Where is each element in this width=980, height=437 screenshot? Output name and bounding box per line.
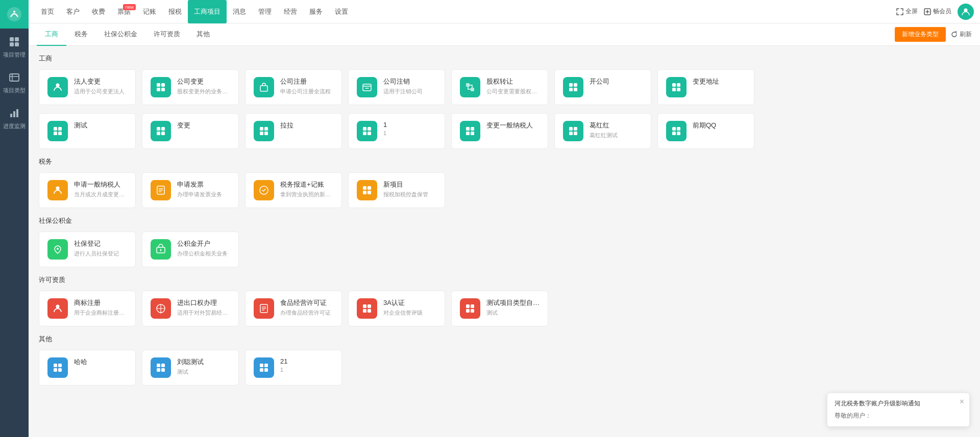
subtab-shebao[interactable]: 社保公积金 — [96, 23, 145, 46]
sidebar-item-project-type[interactable]: 项目类型 — [0, 64, 29, 100]
card-gs10[interactable]: 拉拉 — [245, 113, 342, 149]
card-sw2[interactable]: 申请发票 办理申请发票业务 — [142, 172, 239, 208]
card-ot2[interactable]: 刘聪测试 测试 — [142, 350, 239, 385]
svg-rect-79 — [368, 304, 371, 308]
card-xk5[interactable]: 测试项目类型自定义 测试 — [451, 291, 548, 326]
card-title-xk1: 商标注册 — [74, 298, 127, 307]
nav-accounting[interactable]: 记账 — [137, 0, 162, 23]
nav-management[interactable]: 管理 — [252, 0, 278, 23]
sidebar: 项目管理 项目类型 进度监测 — [0, 0, 29, 437]
notification-close-button[interactable]: × — [960, 397, 964, 406]
card-gs7[interactable]: 变更地址 — [657, 69, 754, 105]
subtab-xuke[interactable]: 许可资质 — [145, 23, 188, 46]
subtab-shuwu[interactable]: 税务 — [66, 23, 96, 46]
card-sb2[interactable]: 公积金开户 办理公积金相关业务 — [142, 232, 239, 267]
nav-tax[interactable]: 报税 — [162, 0, 188, 23]
card-title-xk4: 3A认证 — [383, 298, 436, 307]
card-sub-xk2: 适用于对外贸易经营者 — [177, 309, 230, 317]
card-sub-ot2: 测试 — [177, 368, 230, 376]
svg-rect-58 — [677, 132, 680, 135]
card-icon-sw2 — [151, 180, 171, 200]
cards-grid-shuwu: 申请一般纳税人 当月或次月成变更完成 申请发票 办理申请发票业务 — [39, 172, 970, 208]
card-ot3[interactable]: 21 1 — [245, 350, 342, 385]
svg-rect-4 — [10, 42, 14, 46]
card-xk4[interactable]: 3A认证 对企业信誉评级 — [348, 291, 445, 326]
notification-popup: × 河北税务数字账户升级影响通知 尊敬的用户： — [827, 393, 970, 427]
card-title-gs13: 葛红红 — [590, 121, 643, 130]
card-gs3[interactable]: 公司注册 申请公司注册全流程 — [245, 69, 342, 105]
card-gs14[interactable]: 前期QQ — [657, 113, 754, 149]
card-sw3[interactable]: 税务报道+记账 拿到营业执照的新公司 — [245, 172, 342, 208]
card-title-sw2: 申请发票 — [177, 180, 230, 189]
svg-point-14 — [56, 84, 60, 87]
page-scroll: 工商 法人变更 适用于公司变更法人 公司变更 — [29, 46, 980, 437]
card-sub-xk1: 用于企业商标注册服务 — [74, 309, 127, 317]
card-icon-gs2 — [151, 77, 171, 97]
card-title-gs9: 变更 — [177, 121, 230, 130]
card-gs8[interactable]: 测试 — [39, 113, 136, 149]
nav-client[interactable]: 客户 — [60, 0, 86, 23]
fullscreen-button[interactable]: 全屏 — [896, 7, 918, 16]
card-title-gs8: 测试 — [74, 121, 127, 130]
sidebar-item-progress-monitor[interactable]: 进度监测 — [0, 100, 29, 136]
user-avatar[interactable] — [958, 4, 974, 20]
svg-rect-53 — [569, 132, 573, 135]
new-type-button[interactable]: 新增业务类型 — [895, 27, 946, 42]
card-title-ot2: 刘聪测试 — [177, 357, 230, 367]
card-gs5[interactable]: 股权转让 公司变更需要股权转让 — [451, 69, 548, 105]
card-sub-xk3: 办理食品经营许可证 — [280, 309, 333, 317]
sidebar-item-project-mgmt[interactable]: 项目管理 — [0, 29, 29, 64]
svg-rect-26 — [574, 88, 577, 91]
svg-rect-96 — [260, 368, 263, 372]
card-xk1[interactable]: 商标注册 用于企业商标注册服务 — [39, 291, 136, 326]
card-sub-sb2: 办理公积金相关业务 — [177, 250, 230, 258]
card-sub-sb1: 进行人员社保登记 — [74, 250, 127, 258]
nav-settings[interactable]: 设置 — [329, 0, 354, 23]
card-sub-sw1: 当月或次月成变更完成 — [74, 191, 127, 198]
card-sw1[interactable]: 申请一般纳税人 当月或次月成变更完成 — [39, 172, 136, 208]
nav-home[interactable]: 首页 — [35, 0, 60, 23]
card-sub-ot3: 1 — [280, 367, 333, 373]
svg-rect-33 — [54, 132, 57, 135]
card-icon-gs6 — [563, 77, 583, 97]
card-gs12[interactable]: 变更一般纳税人 — [451, 113, 548, 149]
card-xk2[interactable]: 进出口权办理 适用于对外贸易经营者 — [142, 291, 239, 326]
card-gs11[interactable]: 1 1 — [348, 113, 445, 149]
svg-rect-51 — [569, 127, 573, 131]
member-button[interactable]: 畅会员 — [924, 7, 951, 16]
svg-rect-34 — [58, 132, 62, 135]
card-title-sb2: 公积金开户 — [177, 239, 230, 248]
card-gs1[interactable]: 法人变更 适用于公司变更法人 — [39, 69, 136, 105]
card-icon-xk1 — [47, 298, 68, 319]
topnav-right: 全屏 畅会员 — [896, 4, 974, 20]
nav-messages[interactable]: 消息 — [227, 0, 252, 23]
nav-tickets[interactable]: 票据 new — [111, 0, 137, 23]
card-title-sb1: 社保登记 — [74, 239, 127, 248]
card-sw4[interactable]: 新项目 报税加税控盘保管 — [348, 172, 445, 208]
card-icon-gs8 — [47, 121, 68, 141]
card-title-gs5: 股权转让 — [486, 77, 540, 86]
subtab-other[interactable]: 其他 — [188, 23, 218, 46]
card-gs2[interactable]: 公司变更 股权变更外的业务变更 — [142, 69, 239, 105]
card-gs13[interactable]: 葛红红 葛红红测试 — [554, 113, 651, 149]
svg-rect-43 — [363, 127, 366, 131]
card-gs6[interactable]: 开公司 — [554, 69, 651, 105]
svg-rect-93 — [161, 368, 165, 372]
card-gs4[interactable]: 公司注销 适用于注销公司 — [348, 69, 445, 105]
nav-billing[interactable]: 收费 — [86, 0, 111, 23]
svg-point-59 — [56, 187, 60, 190]
svg-point-69 — [57, 248, 59, 250]
subtab-gongshang[interactable]: 工商 — [37, 23, 66, 46]
app-logo[interactable] — [0, 0, 29, 29]
svg-rect-3 — [15, 37, 19, 41]
card-ot1[interactable]: 哈哈 — [39, 350, 136, 385]
card-sub-gs4: 适用于注销公司 — [383, 88, 436, 95]
card-gs9[interactable]: 变更 — [142, 113, 239, 149]
refresh-button[interactable]: 刷新 — [951, 30, 972, 39]
card-sb1[interactable]: 社保登记 进行人员社保登记 — [39, 232, 136, 267]
nav-bizproject[interactable]: 工商项目 — [188, 0, 227, 23]
nav-operations[interactable]: 经营 — [278, 0, 303, 23]
svg-rect-45 — [363, 132, 366, 135]
nav-services[interactable]: 服务 — [303, 0, 329, 23]
card-xk3[interactable]: 食品经营许可证 办理食品经营许可证 — [245, 291, 342, 326]
